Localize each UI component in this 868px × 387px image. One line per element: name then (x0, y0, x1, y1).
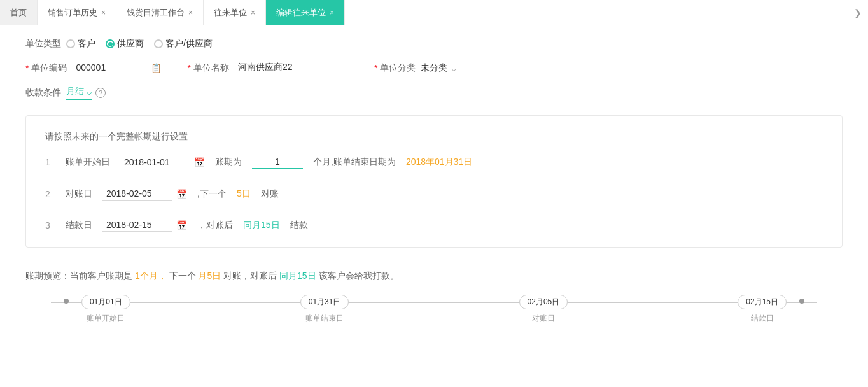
end-date-highlight: 2018年01月31日 (406, 157, 472, 168)
preview-payment-day: 同月15日 (279, 271, 316, 281)
unit-category-label: 单位分类 (380, 62, 416, 74)
tab-sales-order-history[interactable]: 销售订单历史 × (38, 0, 116, 25)
tabs-expand-button[interactable]: ❯ (848, 0, 868, 25)
tab-sales-close[interactable]: × (101, 8, 106, 17)
period-label-reconcile: 对账日 (66, 188, 92, 200)
start-date-calendar-icon[interactable]: 📅 (194, 157, 205, 167)
unit-category-group: * 单位分类 未分类 ⌵ (374, 62, 456, 74)
period-card: 请按照未来的一个完整帐期进行设置 1 账单开始日 📅 账期为 个月,账单结束日期… (25, 115, 843, 248)
tab-edit-partner[interactable]: 编辑往来单位 × (266, 0, 345, 25)
payment-date-calendar-icon[interactable]: 📅 (176, 220, 187, 230)
period-desc-prefix: 账期为 (215, 157, 242, 168)
preview-next-prefix: 下一个 (169, 271, 196, 281)
radio-supplier-circle (106, 39, 115, 48)
period-num-3: 3 (45, 220, 55, 230)
tab-sales-label: 销售订单历史 (48, 7, 97, 18)
tab-partner-close[interactable]: × (251, 8, 255, 17)
tab-home[interactable]: 首页 (0, 0, 38, 25)
timeline-label-1: 账单结束日 (305, 313, 344, 324)
expand-icon: ❯ (854, 8, 862, 18)
unit-type-radio-group: 客户 供应商 客户/供应商 (66, 38, 213, 50)
unit-code-group: * 单位编码 📋 (25, 61, 162, 74)
tab-cash-label: 钱货日清工作台 (127, 7, 185, 18)
tab-home-label: 首页 (10, 7, 27, 18)
period-label-payment: 结款日 (66, 220, 92, 231)
timeline-bubble-2: 02月05日 (519, 295, 568, 309)
timeline-item-1: 01月31日 账单结束日 (300, 295, 349, 324)
period-row-1: 1 账单开始日 📅 账期为 个月,账单结束日期为 2018年01月31日 (45, 155, 823, 169)
timeline-bubble-3: 02月15日 (738, 295, 787, 309)
reconcile-highlight: 5日 (237, 188, 251, 200)
period-row-3: 3 结款日 📅 ，对账后 同月15日 结款 (45, 218, 823, 232)
unit-info-row: * 单位编码 📋 * 单位名称 * 单位分类 未分类 ⌵ (25, 61, 843, 74)
unit-name-label: 单位名称 (193, 62, 229, 74)
start-date-group: 📅 (120, 156, 205, 169)
timeline-bubble-0: 01月01日 (81, 295, 130, 309)
payment-condition-row: 收款条件 月结 ⌵ ? (25, 86, 843, 100)
unit-code-label: 单位编码 (31, 62, 67, 74)
unit-category-select[interactable]: 未分类 ⌵ (421, 62, 456, 74)
start-date-input[interactable] (120, 156, 190, 169)
unit-code-icon[interactable]: 📋 (151, 63, 162, 73)
unit-name-input[interactable] (234, 61, 349, 74)
period-card-title: 请按照未来的一个完整帐期进行设置 (45, 131, 823, 143)
timeline-bubble-1: 01月31日 (300, 295, 349, 309)
timeline-label-3: 结款日 (751, 313, 774, 324)
radio-both-label: 客户/供应商 (165, 38, 213, 50)
timeline-label-0: 账单开始日 (87, 313, 125, 324)
tab-edit-label: 编辑往来单位 (276, 7, 326, 18)
timeline-item-3: 02月15日 结款日 (738, 295, 787, 324)
unit-code-required: * (25, 63, 29, 73)
reconcile-date-calendar-icon[interactable]: 📅 (176, 189, 187, 199)
preview-suffix: 该客户会给我打款。 (319, 271, 399, 281)
timeline-row: 01月01日 账单开始日 01月31日 账单结束日 02月05日 对账日 02月… (64, 295, 804, 324)
unit-name-group: * 单位名称 (187, 61, 348, 74)
period-desc-suffix: 个月,账单结束日期为 (313, 157, 396, 168)
unit-code-input[interactable] (72, 61, 148, 74)
radio-customer[interactable]: 客户 (66, 38, 95, 50)
period-label-start: 账单开始日 (66, 157, 110, 168)
preview-next-day: 月5日 (198, 271, 221, 281)
reconcile-date-group: 📅 (102, 187, 187, 201)
payment-condition-select[interactable]: 月结 ⌵ (66, 86, 92, 100)
timeline-wrapper: 01月01日 账单开始日 01月31日 账单结束日 02月05日 对账日 02月… (25, 295, 843, 324)
payment-date-group: 📅 (102, 218, 187, 232)
reconcile-date-input[interactable] (102, 187, 172, 201)
unit-category-required: * (374, 63, 377, 73)
preview-section: 账期预览：当前客户账期是 1个月， 下一个 月5日 对账，对账后 同月15日 该… (25, 260, 843, 334)
timeline-label-2: 对账日 (532, 313, 555, 324)
radio-supplier-label: 供应商 (117, 38, 144, 50)
main-content: 单位类型 客户 供应商 客户/供应商 * 单位编码 📋 * 单位名称 (0, 25, 868, 387)
radio-supplier[interactable]: 供应商 (106, 38, 144, 50)
preview-label: 账期预览：当前客户账期是 (25, 271, 132, 281)
tab-edit-close[interactable]: × (330, 8, 334, 17)
tab-cash-close[interactable]: × (188, 8, 193, 17)
payment-highlight: 同月15日 (243, 220, 280, 231)
payment-desc-1: ，对账后 (197, 220, 233, 231)
radio-both-circle (154, 39, 163, 48)
tab-cash-ledger[interactable]: 钱货日清工作台 × (116, 0, 204, 25)
end-dot (799, 299, 804, 304)
payment-help-icon[interactable]: ? (95, 88, 106, 98)
radio-customer-label: 客户 (78, 38, 95, 50)
preview-reconcile: 对账，对账后 (223, 271, 277, 281)
preview-text: 账期预览：当前客户账期是 1个月， 下一个 月5日 对账，对账后 同月15日 该… (25, 271, 843, 282)
radio-both[interactable]: 客户/供应商 (154, 38, 213, 50)
tabs-bar: 首页 销售订单历史 × 钱货日清工作台 × 往来单位 × 编辑往来单位 × ❯ (0, 0, 868, 25)
payment-desc-2: 结款 (290, 220, 308, 231)
month-input[interactable] (252, 155, 303, 169)
timeline-end-dot (799, 299, 804, 304)
reconcile-desc-1: ,下一个 (197, 188, 227, 200)
payment-date-input[interactable] (102, 218, 172, 232)
timeline-item-2: 02月05日 对账日 (519, 295, 568, 324)
period-num-1: 1 (45, 157, 55, 167)
period-num-2: 2 (45, 189, 55, 199)
radio-customer-circle (66, 39, 75, 48)
unit-name-required: * (187, 63, 190, 73)
payment-condition-arrow: ⌵ (87, 87, 92, 97)
preview-month: 1个月， (135, 271, 167, 281)
timeline-start-dot (64, 299, 69, 304)
tab-partner-units[interactable]: 往来单位 × (204, 0, 266, 25)
reconcile-desc-2: 对账 (261, 188, 279, 200)
payment-condition-label: 收款条件 (25, 87, 61, 99)
